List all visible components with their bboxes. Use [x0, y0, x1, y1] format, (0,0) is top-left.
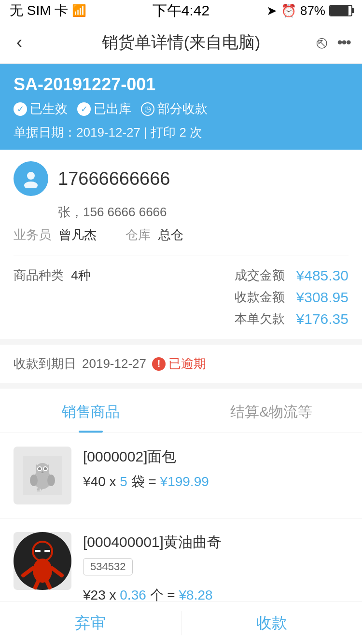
alarm-icon: ⏰: [281, 3, 296, 18]
overdue-icon: !: [152, 357, 166, 371]
product-info-2: [000400001]黄油曲奇 534532 ¥23 x 0.36 个 = ¥8…: [83, 532, 348, 604]
customer-section: 17666666666 张，156 6666 6666 业务员 曾凡杰 仓库 总…: [0, 150, 362, 339]
customer-phone: 张，156 6666 6666: [14, 204, 348, 221]
order-id: SA-20191227-001: [14, 74, 348, 95]
svg-point-1: [24, 182, 38, 188]
list-item: 鱼+ [0000002]面包 ¥40 x 5 袋 = ¥199.99: [0, 433, 362, 518]
tab-settlement[interactable]: 结算&物流等: [181, 389, 362, 433]
due-date-label: 收款到期日: [14, 355, 76, 372]
status-bar: 无 SIM 卡 📶 下午4:42 ➤ ⏰ 87%: [0, 0, 362, 21]
received-label: 收款金额: [235, 289, 285, 306]
warehouse-label: 仓库: [125, 226, 151, 243]
product-total-1: ¥199.99: [160, 474, 209, 489]
product-unit-1: 袋: [131, 474, 145, 489]
badge-activated-label: 已生效: [30, 100, 68, 117]
customer-meta: 业务员 曾凡杰 仓库 总仓: [14, 226, 348, 243]
badge-activated: ✓ 已生效: [14, 100, 68, 117]
customer-row: 17666666666: [14, 161, 348, 196]
svg-point-0: [27, 172, 35, 180]
check-icon-1: ✓: [14, 102, 27, 116]
product-base-price-2: ¥23: [83, 588, 106, 602]
carrier-text: 无 SIM 卡: [10, 1, 68, 20]
svg-point-8: [44, 467, 47, 470]
product-qty-2: 0.36: [120, 588, 146, 602]
product-image-1: 鱼+: [14, 447, 71, 504]
customer-name: 17666666666: [58, 168, 170, 189]
product-qty-1: 5: [120, 474, 127, 489]
header-banner: SA-20191227-001 ✓ 已生效 ✓ 已出库 ◷ 部分收款 单据日期：…: [0, 64, 362, 150]
salesperson-value: 曾凡杰: [59, 226, 97, 243]
product-list: 鱼+ [0000002]面包 ¥40 x 5 袋 = ¥199.99: [0, 433, 362, 618]
due-date-value: 2019-12-27: [82, 356, 146, 371]
status-right: ➤ ⏰ 87%: [266, 3, 352, 18]
status-left: 无 SIM 卡 📶: [10, 1, 86, 20]
header-badges: ✓ 已生效 ✓ 已出库 ◷ 部分收款: [14, 100, 348, 117]
tabs-section: 销售商品 结算&物流等: [0, 389, 362, 433]
product-unit-2: 个: [150, 588, 164, 602]
badge-shipped-label: 已出库: [94, 100, 131, 117]
overdue-badge: ! 已逾期: [152, 355, 206, 372]
status-time: 下午4:42: [153, 1, 209, 21]
cancel-button[interactable]: 弃审: [0, 602, 181, 644]
back-button[interactable]: ‹: [12, 28, 27, 57]
salesperson-info: 业务员 曾凡杰: [14, 226, 97, 243]
bottom-bar: 弃审 收款: [0, 602, 362, 644]
svg-point-20: [33, 559, 52, 583]
location-icon: ➤: [266, 3, 277, 18]
debt-label: 本单欠款: [235, 310, 285, 327]
badge-partial-label: 部分收款: [157, 100, 208, 117]
due-date-section: 收款到期日 2019-12-27 ! 已逾期: [0, 345, 362, 383]
battery-fill: [330, 6, 348, 15]
wifi-icon: 📶: [72, 4, 86, 17]
header-meta: 单据日期：2019-12-27 | 打印 2 次: [14, 124, 348, 141]
product-tag-2: 534532: [83, 558, 133, 575]
battery-percent: 87%: [300, 3, 325, 18]
product-name-2: [000400001]黄油曲奇: [83, 532, 348, 552]
product-types-value: 4种: [71, 268, 90, 282]
product-price-1: ¥40 x 5 袋 = ¥199.99: [83, 473, 348, 491]
salesperson-label: 业务员: [14, 226, 51, 243]
deal-amount-row: 成交金额 ¥485.30: [235, 267, 348, 284]
product-total-2: ¥8.28: [179, 588, 212, 602]
product-info-1: [0000002]面包 ¥40 x 5 袋 = ¥199.99: [83, 447, 348, 491]
share-button[interactable]: ⎋: [317, 32, 327, 53]
svg-text:鱼+: 鱼+: [37, 488, 43, 492]
svg-point-13: [47, 475, 55, 486]
badge-shipped: ✓ 已出库: [77, 100, 131, 117]
debt-row: 本单欠款 ¥176.35: [235, 310, 348, 327]
warehouse-value: 总仓: [158, 226, 183, 243]
badge-partial-payment: ◷ 部分收款: [141, 100, 208, 117]
deal-amount-label: 成交金额: [235, 267, 285, 284]
page-title: 销货单详情(来自电脑): [102, 31, 261, 54]
product-base-price-1: ¥40: [83, 474, 106, 489]
amount-summary: 成交金额 ¥485.30 收款金额 ¥308.95 本单欠款 ¥176.35: [235, 267, 348, 327]
confirm-button[interactable]: 收款: [181, 602, 362, 644]
nav-bar: ‹ 销货单详情(来自电脑) ⎋ •••: [0, 21, 362, 64]
svg-rect-18: [35, 550, 41, 552]
product-types-label: 商品种类: [14, 268, 64, 282]
svg-point-7: [38, 467, 41, 470]
product-types: 商品种类 4种: [14, 267, 91, 284]
received-value: ¥308.95: [296, 289, 348, 306]
product-image-2: [14, 532, 71, 590]
deal-amount-value: ¥485.30: [296, 267, 348, 284]
check-icon-2: ✓: [77, 102, 91, 116]
summary-section: 商品种类 4种 成交金额 ¥485.30 收款金额 ¥308.95 本单欠款 ¥…: [0, 255, 362, 339]
tab-sales-products[interactable]: 销售商品: [0, 389, 181, 433]
time-icon: ◷: [141, 102, 154, 116]
product-name-1: [0000002]面包: [83, 447, 348, 467]
avatar: [14, 161, 48, 196]
received-amount-row: 收款金额 ¥308.95: [235, 289, 348, 306]
more-button[interactable]: •••: [337, 33, 350, 51]
svg-rect-19: [44, 550, 50, 552]
battery-bar: [329, 5, 352, 16]
debt-value: ¥176.35: [296, 311, 348, 327]
nav-actions: ⎋ •••: [317, 32, 350, 53]
overdue-text: 已逾期: [168, 355, 206, 372]
svg-point-12: [30, 475, 38, 486]
warehouse-info: 仓库 总仓: [125, 226, 183, 243]
